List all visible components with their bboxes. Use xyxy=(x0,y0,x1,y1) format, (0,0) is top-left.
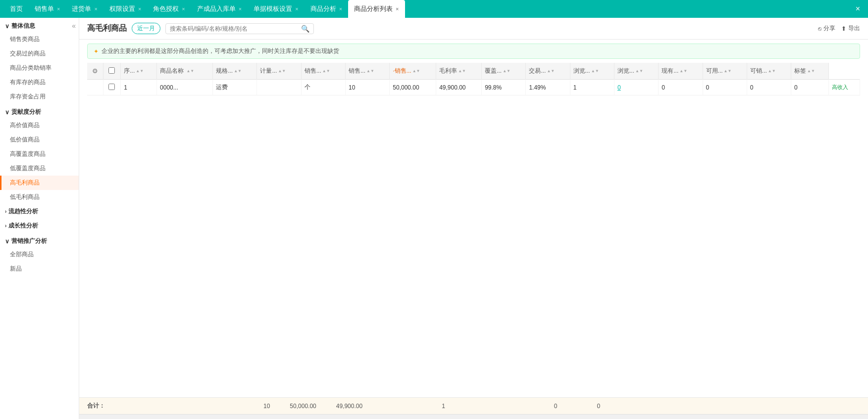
col-browse2: 浏览...▲▼ xyxy=(614,63,658,80)
data-table: ⚙ 序...▲▼ 商品名称 ▲▼ 规格...▲▼ xyxy=(87,63,860,95)
header-actions: ⎋ 分享 ⬆ 导出 xyxy=(818,24,860,33)
col-transactions: 交易...▲▼ xyxy=(526,63,570,80)
table-wrapper[interactable]: ⚙ 序...▲▼ 商品名称 ▲▼ 规格...▲▼ xyxy=(79,63,868,397)
sidebar-item-low-value[interactable]: 低价值商品 xyxy=(0,133,79,147)
nav-analysis[interactable]: 商品分析 × xyxy=(305,0,348,18)
filter-recent-month[interactable]: 近一月 xyxy=(132,23,160,34)
row-name: 运费 xyxy=(213,80,257,95)
row-code: 0000... xyxy=(157,80,213,95)
col-checkbox[interactable] xyxy=(103,63,121,80)
footer-current-stock: 0 xyxy=(554,403,558,410)
sidebar-group-trend[interactable]: › 流趋性分析 xyxy=(0,204,79,219)
close-purchase-tab[interactable]: × xyxy=(94,6,97,12)
col-browse1: 浏览...▲▼ xyxy=(570,63,614,80)
col-sellable: 可销...▲▼ xyxy=(747,63,791,80)
content-header: 高毛利商品 近一月 🔍 ⎋ 分享 ⬆ 导出 xyxy=(79,18,868,40)
sidebar-item-low-coverage[interactable]: 低覆盖度商品 xyxy=(0,161,79,176)
sidebar-collapse-btn[interactable]: « xyxy=(72,22,76,30)
share-icon: ⎋ xyxy=(818,25,821,32)
sidebar-item-sales-goods[interactable]: 销售类商品 xyxy=(0,32,79,47)
col-unit: 计量...▲▼ xyxy=(257,63,301,80)
col-sales-qty: 销售...▲▼ xyxy=(301,63,345,80)
sidebar-item-category-rate[interactable]: 商品分类助销率 xyxy=(0,61,79,75)
close-finished-tab[interactable]: × xyxy=(239,6,242,12)
row-sales-profit: 49,900.00 xyxy=(436,80,482,95)
close-roles-tab[interactable]: × xyxy=(182,6,185,12)
nav-permissions[interactable]: 权限设置 × xyxy=(103,0,147,18)
row-checkbox[interactable] xyxy=(108,84,115,90)
row-settings-cell xyxy=(87,80,103,95)
row-index: 1 xyxy=(121,80,157,95)
select-all-checkbox[interactable] xyxy=(108,67,115,74)
row-checkbox-cell[interactable] xyxy=(103,80,121,95)
sidebar-group-contribution[interactable]: ∨ 贡献度分析 xyxy=(0,104,79,118)
export-button[interactable]: ⬆ 导出 xyxy=(841,24,860,33)
close-analysis-list-tab[interactable]: × xyxy=(396,6,399,12)
sidebar: « ∨ 整体信息 销售类商品 交易过的商品 商品分类助销率 有库存的商品 库存资… xyxy=(0,18,79,419)
nav-home[interactable]: 首页 xyxy=(4,0,29,18)
footer-label: 合计： xyxy=(87,402,105,410)
sidebar-group-marketing[interactable]: ∨ 营销推广分析 xyxy=(0,233,79,247)
sidebar-item-low-margin[interactable]: 低毛利商品 xyxy=(0,190,79,204)
row-transactions: 1 xyxy=(570,80,614,95)
info-icon: ✦ xyxy=(94,48,99,55)
row-sales-qty: 10 xyxy=(346,80,390,95)
footer-sales-qty: 10 xyxy=(263,403,270,410)
sidebar-item-high-value[interactable]: 高价值商品 xyxy=(0,118,79,133)
sidebar-group-overview[interactable]: ∨ 整体信息 xyxy=(0,18,79,32)
main-layout: « ∨ 整体信息 销售类商品 交易过的商品 商品分类助销率 有库存的商品 库存资… xyxy=(0,18,868,419)
nav-finished-goods[interactable]: 产成品入库单 × xyxy=(191,0,248,18)
nav-sales[interactable]: 销售单 × xyxy=(29,0,66,18)
footer-available: 0 xyxy=(597,403,601,410)
sidebar-item-high-coverage[interactable]: 高覆盖度商品 xyxy=(0,147,79,161)
nav-analysis-list[interactable]: 商品分析列表 × xyxy=(348,0,405,18)
nav-template[interactable]: 单据模板设置 × xyxy=(248,0,304,18)
col-settings[interactable]: ⚙ xyxy=(87,63,103,80)
col-tag: 标签▲▼ xyxy=(791,63,828,80)
nav-purchase[interactable]: 进货单 × xyxy=(66,0,103,18)
sidebar-item-stock-capital[interactable]: 库存资金占用 xyxy=(0,90,79,104)
row-current-stock: 0 xyxy=(703,80,747,95)
row-sales-amount: 50,000.00 xyxy=(390,80,436,95)
close-all-tabs[interactable]: × xyxy=(852,4,864,13)
row-tag: 高收入 xyxy=(828,80,860,95)
search-box: 🔍 xyxy=(165,23,314,34)
close-permissions-tab[interactable]: × xyxy=(138,6,141,12)
horizontal-scrollbar[interactable] xyxy=(79,414,868,419)
settings-icon[interactable]: ⚙ xyxy=(92,67,98,75)
info-banner: ✦ 企业的主要的利润都是这部分商品创造的，可考虑加大推广，同时关注库存是不要出现… xyxy=(87,44,860,59)
close-sales-tab[interactable]: × xyxy=(57,6,60,12)
col-sales-amount: 销售...▲▼ xyxy=(346,63,390,80)
footer-sales-amount: 50,000.00 xyxy=(290,403,316,410)
row-unit: 个 xyxy=(301,80,345,95)
search-input[interactable] xyxy=(170,25,301,32)
col-coverage: 覆盖...▲▼ xyxy=(482,63,526,80)
col-spec: 规格...▲▼ xyxy=(213,63,257,80)
row-sellable: 0 xyxy=(791,80,828,95)
top-nav: 首页 销售单 × 进货单 × 权限设置 × 角色授权 × 产成品入库单 × 单据… xyxy=(0,0,868,18)
close-template-tab[interactable]: × xyxy=(295,6,298,12)
sidebar-item-high-margin[interactable]: 高毛利商品 xyxy=(0,176,79,190)
sidebar-item-all-goods[interactable]: 全部商品 xyxy=(0,247,79,262)
row-coverage: 1.49% xyxy=(526,80,570,95)
nav-roles[interactable]: 角色授权 × xyxy=(147,0,191,18)
table-header-row: ⚙ 序...▲▼ 商品名称 ▲▼ 规格...▲▼ xyxy=(87,63,860,80)
search-icon[interactable]: 🔍 xyxy=(301,25,309,33)
col-current-stock: 现有...▲▼ xyxy=(659,63,703,80)
sidebar-item-in-stock[interactable]: 有库存的商品 xyxy=(0,75,79,90)
row-available: 0 xyxy=(747,80,791,95)
sidebar-item-traded-goods[interactable]: 交易过的商品 xyxy=(0,47,79,61)
sidebar-item-new-goods[interactable]: 新品 xyxy=(0,262,79,276)
close-analysis-tab[interactable]: × xyxy=(339,6,342,12)
export-icon: ⬆ xyxy=(841,25,846,32)
col-sales-profit: ·销售...▲▼ xyxy=(390,63,436,80)
col-index: 序...▲▼ xyxy=(121,63,157,80)
footer-transactions: 1 xyxy=(442,403,445,410)
col-available: 可用...▲▼ xyxy=(703,63,747,80)
sidebar-group-growth[interactable]: › 成长性分析 xyxy=(0,219,79,233)
row-browse1[interactable]: 0 xyxy=(614,80,658,95)
share-button[interactable]: ⎋ 分享 xyxy=(818,24,835,33)
table-row: 1 0000... 运费 个 10 50,000.00 49,900.00 99… xyxy=(87,80,860,95)
col-gross-rate: 毛利率▲▼ xyxy=(436,63,482,80)
row-gross-rate: 99.8% xyxy=(482,80,526,95)
